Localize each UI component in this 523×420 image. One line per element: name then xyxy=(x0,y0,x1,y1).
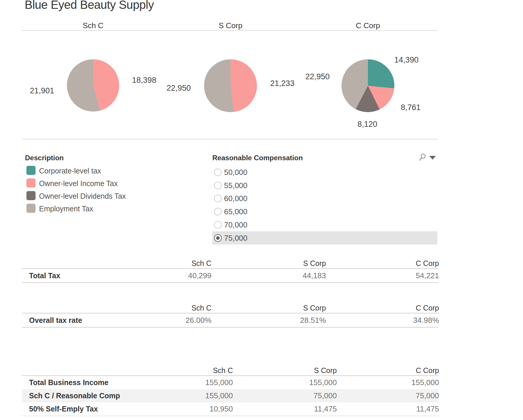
filter-option-label: 55,000 xyxy=(224,181,248,190)
pie-column-header-sch-c: Sch C xyxy=(58,21,128,30)
pie-slice-label-s-corp-employment-tax: 22,950 xyxy=(167,83,191,92)
filter-title: Reasonable Compensation xyxy=(212,154,303,162)
legend-swatch-owner-level-dividends-tax xyxy=(26,191,36,200)
table-column-header-c-corp: C Corp xyxy=(351,303,439,312)
filter-option-70-000[interactable]: 70,000 xyxy=(212,218,437,231)
table-cell-value: 28.51% xyxy=(238,313,326,327)
radio-button-70-000[interactable] xyxy=(214,221,222,229)
table-cell-value: 10,950 xyxy=(145,402,233,416)
table-cell-value: 155,000 xyxy=(145,376,233,389)
filter-option-label: 75,000 xyxy=(224,233,248,242)
dashboard: Blue Eyed Beauty Supply Sch C18,39821,90… xyxy=(0,0,523,420)
page-title: Blue Eyed Beauty Supply xyxy=(25,0,154,11)
legend-item-label: Corporate-level tax xyxy=(39,167,101,175)
divider xyxy=(22,30,438,31)
table-cell-value: 155,000 xyxy=(351,376,439,389)
table-column-header-c-corp: C Corp xyxy=(351,365,439,375)
radio-button-65-000[interactable] xyxy=(214,208,222,215)
table-column-header-sch-c: Sch C xyxy=(123,258,211,268)
legend-swatch-owner-level-income-tax xyxy=(26,178,36,188)
legend-item-employment-tax[interactable]: Employment Tax xyxy=(25,204,189,214)
filter-option-label: 70,000 xyxy=(224,220,248,229)
pie-slice-label-sch-c-owner-level-income-tax: 18,398 xyxy=(132,76,157,85)
table-cell-value: 26.00% xyxy=(123,313,211,327)
filter-option-label: 65,000 xyxy=(224,207,248,216)
table-column-header-s-corp: S Corp xyxy=(249,365,337,375)
radio-button-60-000[interactable] xyxy=(214,195,222,202)
table-cell-value: 54,221 xyxy=(351,269,439,282)
pie-slice-label-c-corp-owner-level-income-tax: 8,761 xyxy=(401,103,421,112)
legend-item-corporate-level-tax[interactable]: Corporate-level tax xyxy=(25,166,189,176)
legend-swatch-employment-tax xyxy=(26,204,36,213)
legend-swatch-corporate-level-tax xyxy=(26,166,36,175)
table-row-label-total-business-income: Total Business Income xyxy=(25,376,148,389)
table-cell-value: 11,475 xyxy=(351,402,439,416)
table-row-label-sch-c-reasonable-comp: Sch C / Reasonable Comp xyxy=(25,389,148,402)
radio-button-55-000[interactable] xyxy=(214,182,222,189)
table-column-header-s-corp: S Corp xyxy=(238,258,326,268)
table-row-label-50-self-emply-tax: 50% Self-Emply Tax xyxy=(25,402,148,416)
table-cell-value: 40,299 xyxy=(123,269,211,282)
pie-chart-c-corp[interactable] xyxy=(342,59,394,112)
table-cell-value: 155,000 xyxy=(145,389,233,402)
table-cell-value: 75,000 xyxy=(351,389,439,402)
legend-item-label: Owner-level Income Tax xyxy=(39,179,118,188)
pie-chart-sch-c[interactable] xyxy=(67,59,119,112)
pie-column-header-s-corp: S Corp xyxy=(195,21,266,30)
table-column-header-s-corp: S Corp xyxy=(238,303,326,312)
divider xyxy=(22,139,438,139)
filter-option-label: 50,000 xyxy=(224,168,248,177)
pie-slice-label-c-corp-employment-tax: 22,950 xyxy=(305,72,330,81)
legend-item-owner-level-dividends-tax[interactable]: Owner-level Dividends Tax xyxy=(25,191,189,201)
table-bottom-divider xyxy=(22,327,438,328)
table-cell-value: 155,000 xyxy=(249,376,337,389)
radio-dot xyxy=(216,236,220,240)
table-column-header-sch-c: Sch C xyxy=(123,303,211,312)
pie-column-header-c-corp: C Corp xyxy=(333,21,403,30)
filter-option-65-000[interactable]: 65,000 xyxy=(212,205,437,218)
legend-item-label: Employment Tax xyxy=(39,205,93,213)
pie-slice-label-c-corp-corporate-level-tax: 14,390 xyxy=(394,55,419,64)
search-icon[interactable] xyxy=(418,153,426,161)
legend-title: Description xyxy=(25,154,64,162)
table-column-header-c-corp: C Corp xyxy=(351,258,439,268)
legend-item-owner-level-income-tax[interactable]: Owner-level Income Tax xyxy=(25,178,189,188)
radio-button-50-000[interactable] xyxy=(214,168,222,176)
table-cell-value: 75,000 xyxy=(249,389,337,402)
table-bottom-divider xyxy=(22,282,438,283)
pie-chart-s-corp[interactable] xyxy=(204,59,257,112)
pie-slice-label-s-corp-owner-level-income-tax: 21,233 xyxy=(270,79,295,88)
table-cell-value: 34.98% xyxy=(351,313,439,327)
filter-option-55-000[interactable]: 55,000 xyxy=(212,179,437,192)
filter-option-label: 60,000 xyxy=(224,194,248,203)
filter-option-60-000[interactable]: 60,000 xyxy=(212,192,437,205)
filter-option-75-000[interactable]: 75,000 xyxy=(212,231,437,244)
table-cell-value: 11,475 xyxy=(249,402,337,416)
table-column-header-sch-c: Sch C xyxy=(145,365,233,375)
radio-button-75-000[interactable] xyxy=(214,234,222,242)
table-bottom-divider xyxy=(22,416,438,416)
legend-item-label: Owner-level Dividends Tax xyxy=(39,192,126,200)
pie-slice-label-sch-c-employment-tax: 21,901 xyxy=(30,86,54,95)
chevron-down-icon[interactable] xyxy=(429,156,436,160)
table-cell-value: 44,183 xyxy=(238,269,326,282)
filter-option-50-000[interactable]: 50,000 xyxy=(212,166,437,179)
pie-slice-label-c-corp-owner-level-dividends-tax: 8,120 xyxy=(357,119,377,129)
